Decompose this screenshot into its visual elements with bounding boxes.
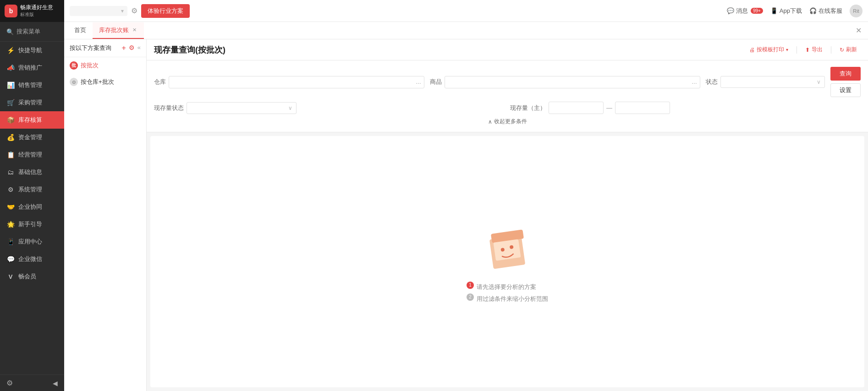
service-icon: 🎧 bbox=[809, 7, 817, 14]
filter-panel: 按以下方案查询 + ⚙ « 批 按批次 ⊙ 按仓库+批次 bbox=[64, 39, 147, 391]
scheme-by-batch[interactable]: 批 按批次 bbox=[64, 57, 146, 74]
purchase-label: 采购管理 bbox=[18, 98, 42, 107]
sidebar-item-sales[interactable]: 📊 销售管理 bbox=[0, 76, 64, 94]
app-download-label: App下载 bbox=[780, 7, 802, 15]
finance-icon: 💰 bbox=[6, 133, 15, 141]
sidebar-item-newbie[interactable]: 🌟 新手引导 bbox=[0, 216, 64, 233]
finance-label: 资金管理 bbox=[18, 133, 42, 141]
purchase-icon: 🛒 bbox=[6, 98, 15, 107]
system-label: 系统管理 bbox=[18, 185, 42, 194]
sidebar-item-purchase[interactable]: 🛒 采购管理 bbox=[0, 94, 64, 111]
app-center-icon: 📱 bbox=[6, 238, 15, 246]
message-btn[interactable]: 💬 消息 99+ bbox=[727, 7, 763, 15]
content-area: 按以下方案查询 + ⚙ « 批 按批次 ⊙ 按仓库+批次 现存量查询(按批次) bbox=[64, 39, 868, 391]
trial-btn[interactable]: 体验行业方案 bbox=[141, 4, 190, 18]
inventory-amount-field: 现存量（主） — bbox=[510, 102, 861, 114]
topbar-search-input[interactable] bbox=[73, 8, 119, 14]
product-more-icon[interactable]: … bbox=[689, 79, 700, 85]
inventory-amount-label: 现存量（主） bbox=[510, 104, 546, 112]
filter-panel-header: 按以下方案查询 + ⚙ « bbox=[64, 39, 146, 57]
message-icon: 💬 bbox=[727, 7, 734, 14]
inventory-label: 库存核算 bbox=[18, 116, 42, 124]
hint-2-num: 2 bbox=[467, 293, 474, 301]
sidebar-item-marketing[interactable]: 📣 营销推广 bbox=[0, 59, 64, 76]
marketing-icon: 📣 bbox=[6, 64, 15, 72]
scheme-by-batch-label: 按批次 bbox=[81, 61, 99, 70]
newbie-icon: 🌟 bbox=[6, 220, 15, 228]
collapse-more-btn[interactable]: ∧ 收起更多条件 bbox=[154, 114, 861, 127]
inventory-status-label: 现存量状态 bbox=[154, 104, 184, 112]
sidebar-item-enterprise[interactable]: 🤝 企业协同 bbox=[0, 198, 64, 216]
tab-inventory-batch[interactable]: 库存批次账 ✕ bbox=[93, 22, 144, 39]
tab-home[interactable]: 首页 bbox=[68, 22, 93, 39]
inventory-status-field: 现存量状态 ∨ bbox=[154, 102, 505, 114]
empty-hints: 1 请先选择要分析的方案 2 用过滤条件来缩小分析范围 bbox=[467, 281, 548, 305]
add-scheme-icon[interactable]: + bbox=[121, 44, 126, 52]
message-label: 消息 bbox=[736, 7, 748, 15]
sidebar-settings-icon[interactable]: ⚙ bbox=[6, 379, 13, 387]
sidebar-item-basic[interactable]: 🗂 基础信息 bbox=[0, 163, 64, 181]
search-menu-btn[interactable]: 🔍 搜索菜单 bbox=[5, 26, 60, 38]
form-row-1: 仓库 … 商品 … 状态 bbox=[154, 67, 861, 97]
collapse-label: 收起更多条件 bbox=[494, 118, 527, 125]
user-avatar-btn[interactable]: Rit bbox=[850, 5, 863, 17]
sidebar-item-quick-nav[interactable]: ⚡ 快捷导航 bbox=[0, 42, 64, 59]
sidebar-item-finance[interactable]: 💰 资金管理 bbox=[0, 129, 64, 146]
refresh-label: 刷新 bbox=[846, 46, 857, 54]
scheme-by-warehouse-batch-label: 按仓库+批次 bbox=[81, 78, 114, 86]
sidebar-item-system[interactable]: ⚙ 系统管理 bbox=[0, 181, 64, 198]
settings-btn[interactable]: 设置 bbox=[830, 83, 861, 97]
query-btn[interactable]: 查询 bbox=[830, 67, 861, 81]
sidebar-item-enterprise-wechat[interactable]: 💬 企业微信 bbox=[0, 250, 64, 268]
sidebar-logo: b 畅康通好生意 标准版 bbox=[0, 0, 64, 22]
empty-state: 1 请先选择要分析的方案 2 用过滤条件来缩小分析范围 bbox=[150, 136, 864, 387]
scheme-by-warehouse-batch-icon: ⊙ bbox=[70, 78, 78, 86]
sidebar-item-business[interactable]: 📋 经营管理 bbox=[0, 146, 64, 163]
filter-panel-actions: + ⚙ « bbox=[121, 44, 141, 52]
scheme-settings-icon[interactable]: ⚙ bbox=[129, 44, 135, 52]
tab-close-btn[interactable]: ✕ bbox=[132, 27, 137, 33]
app-download-btn[interactable]: 📱 App下载 bbox=[770, 7, 802, 15]
warehouse-label: 仓库 bbox=[154, 78, 166, 86]
refresh-btn[interactable]: ↻ 刷新 bbox=[836, 44, 861, 55]
sidebar-item-inventory[interactable]: 📦 库存核算 bbox=[0, 111, 64, 129]
product-input[interactable] bbox=[445, 76, 689, 88]
header-divider2 bbox=[831, 46, 831, 54]
app-download-icon: 📱 bbox=[770, 7, 778, 14]
system-icon: ⚙ bbox=[6, 185, 15, 194]
warehouse-input[interactable] bbox=[169, 76, 413, 88]
logo-icon: b bbox=[5, 5, 17, 17]
sidebar-collapse-icon[interactable]: ◀ bbox=[53, 380, 58, 387]
topbar-gear-icon[interactable]: ⚙ bbox=[131, 6, 137, 15]
app-name: 畅康通好生意 bbox=[20, 4, 53, 11]
scheme-by-warehouse-batch[interactable]: ⊙ 按仓库+批次 bbox=[64, 74, 146, 90]
avatar: Rit bbox=[850, 5, 863, 17]
sidebar-item-app-center[interactable]: 📱 应用中心 bbox=[0, 233, 64, 250]
collapse-icon: ∧ bbox=[488, 119, 492, 125]
quick-nav-label: 快捷导航 bbox=[18, 46, 42, 54]
inventory-amount-max-input[interactable] bbox=[615, 102, 670, 114]
main-panel: 现存量查询(按批次) 🖨 按模板打印 ▾ ⬆ 导出 ↻ 刷 bbox=[147, 39, 868, 391]
warehouse-input-wrap[interactable]: … bbox=[169, 76, 424, 88]
export-btn[interactable]: ⬆ 导出 bbox=[802, 44, 826, 55]
search-menu-label: 搜索菜单 bbox=[16, 27, 40, 36]
print-btn[interactable]: 🖨 按模板打印 ▾ bbox=[746, 44, 792, 55]
product-field: 商品 … bbox=[430, 76, 700, 88]
panel-collapse-icon[interactable]: « bbox=[137, 44, 141, 52]
marketing-label: 营销推广 bbox=[18, 64, 42, 72]
enterprise-wechat-label: 企业微信 bbox=[18, 255, 42, 263]
basic-label: 基础信息 bbox=[18, 168, 42, 176]
status-select[interactable]: ∨ bbox=[720, 76, 825, 88]
inventory-status-select[interactable]: ∨ bbox=[187, 102, 297, 114]
warehouse-field: 仓库 … bbox=[154, 76, 424, 88]
online-service-btn[interactable]: 🎧 在线客服 bbox=[809, 7, 842, 15]
search-form: 仓库 … 商品 … 状态 bbox=[147, 60, 868, 132]
tab-home-label: 首页 bbox=[74, 26, 86, 34]
status-label: 状态 bbox=[706, 78, 718, 86]
product-input-wrap[interactable]: … bbox=[445, 76, 700, 88]
sidebar-item-vip[interactable]: V 畅会员 bbox=[0, 268, 64, 285]
tab-bar-close-btn[interactable]: ✕ bbox=[853, 26, 864, 35]
warehouse-more-icon[interactable]: … bbox=[413, 79, 424, 85]
topbar: ▾ ⚙ 体验行业方案 💬 消息 99+ 📱 App下载 🎧 在线客服 Rit bbox=[64, 0, 868, 22]
inventory-amount-min-input[interactable] bbox=[549, 102, 604, 114]
